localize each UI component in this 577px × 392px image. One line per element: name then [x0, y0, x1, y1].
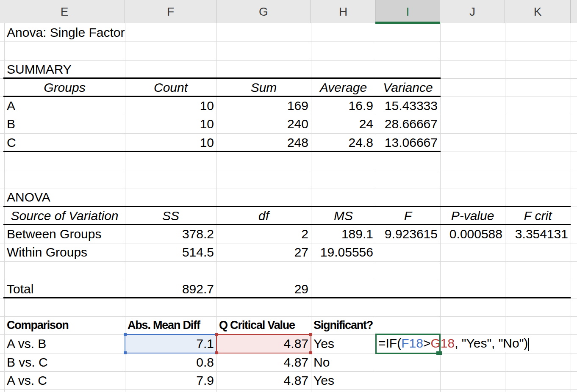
- column-header-J[interactable]: J: [440, 0, 505, 23]
- column-header-K[interactable]: K: [505, 0, 571, 23]
- gridline-horizontal: [0, 389, 577, 390]
- cell-I5[interactable]: 15.43333: [376, 97, 440, 115]
- cell-G5[interactable]: 169: [216, 97, 311, 115]
- cell-E15[interactable]: Total: [4, 280, 125, 298]
- cell-I7[interactable]: 13.06667: [376, 133, 440, 152]
- cell-F12[interactable]: 378.2: [125, 225, 216, 243]
- cell-G19[interactable]: 4.87: [216, 353, 311, 371]
- cell-H17[interactable]: Significant?: [311, 316, 376, 334]
- gridline-horizontal: [0, 261, 577, 262]
- column-header-I[interactable]: I: [376, 0, 440, 23]
- cell-H12[interactable]: 189.1: [311, 225, 376, 243]
- cell-F19[interactable]: 0.8: [125, 353, 216, 371]
- cell-H18[interactable]: Yes: [311, 334, 376, 353]
- cell-F18[interactable]: 7.1: [125, 334, 216, 353]
- cell-G15[interactable]: 29: [216, 280, 311, 298]
- cell-F5[interactable]: 10: [125, 97, 216, 115]
- cell-J11[interactable]: P-value: [440, 207, 505, 225]
- cell-E18[interactable]: A vs. B: [4, 334, 125, 353]
- spreadsheet: Anova: Single FactorSUMMARYGroupsCountSu…: [0, 0, 577, 392]
- column-header-stub[interactable]: [571, 0, 577, 23]
- cell-F20[interactable]: 7.9: [125, 371, 216, 389]
- cell-F6[interactable]: 10: [125, 115, 216, 133]
- cell-H19[interactable]: No: [311, 353, 376, 371]
- cell-G11[interactable]: df: [216, 207, 311, 225]
- cell-G7[interactable]: 248: [216, 133, 311, 152]
- cell-F4[interactable]: Count: [125, 78, 216, 97]
- cell-K11[interactable]: F crit: [505, 207, 571, 225]
- column-header-E[interactable]: E: [4, 0, 125, 23]
- cell-F15[interactable]: 892.7: [125, 280, 216, 298]
- cell-F7[interactable]: 10: [125, 133, 216, 152]
- cell-H5[interactable]: 16.9: [311, 97, 376, 115]
- cell-J12[interactable]: 0.000588: [440, 225, 505, 243]
- cell-F13[interactable]: 514.5: [125, 243, 216, 261]
- column-header-label: I: [406, 5, 410, 19]
- cell-E13[interactable]: Within Groups: [4, 243, 125, 261]
- cell-H20[interactable]: Yes: [311, 371, 376, 389]
- cell-E12[interactable]: Between Groups: [4, 225, 125, 243]
- cell-E19[interactable]: B vs. C: [4, 353, 125, 371]
- text-cursor: [528, 338, 529, 351]
- column-header-row: EFGHIJK: [0, 0, 577, 23]
- cell-I12[interactable]: 9.923615: [376, 225, 440, 243]
- cell-E6[interactable]: B: [4, 115, 125, 133]
- row-gutter-corner[interactable]: [0, 0, 4, 23]
- gridline-horizontal: [0, 41, 577, 42]
- cell-E4[interactable]: Groups: [4, 78, 125, 97]
- cell-H4[interactable]: Average: [311, 78, 376, 97]
- cell-F17[interactable]: Abs. Mean Diff: [125, 316, 216, 334]
- cell-I4[interactable]: Variance: [376, 78, 440, 97]
- cell-E5[interactable]: A: [4, 97, 125, 115]
- cell-E17[interactable]: Comparison: [4, 316, 125, 334]
- cell-G4[interactable]: Sum: [216, 78, 311, 97]
- editing-cell-border[interactable]: [375, 334, 441, 353]
- cell-F11[interactable]: SS: [125, 207, 216, 225]
- cell-E1[interactable]: Anova: Single Factor: [4, 23, 125, 41]
- cell-H13[interactable]: 19.05556: [311, 243, 376, 261]
- cell-G17[interactable]: Q Critical Value: [216, 316, 311, 334]
- cell-E20[interactable]: A vs. C: [4, 371, 125, 389]
- cell-E11[interactable]: Source of Variation: [4, 207, 125, 225]
- cell-H11[interactable]: MS: [311, 207, 376, 225]
- column-header-G[interactable]: G: [216, 0, 311, 23]
- cell-I11[interactable]: F: [376, 207, 440, 225]
- column-header-label: G: [259, 5, 268, 19]
- formula-token: , "Yes", "No"): [455, 336, 528, 350]
- cell-H6[interactable]: 24: [311, 115, 376, 133]
- cell-G13[interactable]: 27: [216, 243, 311, 261]
- column-header-F[interactable]: F: [125, 0, 216, 23]
- cell-G12[interactable]: 2: [216, 225, 311, 243]
- cell-K12[interactable]: 3.354131: [505, 225, 571, 243]
- cell-E10[interactable]: ANOVA: [4, 188, 125, 206]
- cell-G6[interactable]: 240: [216, 115, 311, 133]
- column-header-label: K: [534, 5, 542, 19]
- cell-H7[interactable]: 24.8: [311, 133, 376, 152]
- cell-E7[interactable]: C: [4, 133, 125, 152]
- cell-G18[interactable]: 4.87: [216, 334, 311, 353]
- cell-I6[interactable]: 28.66667: [376, 115, 440, 133]
- fill-handle[interactable]: [436, 351, 442, 355]
- column-header-label: E: [61, 5, 69, 19]
- column-header-label: H: [339, 5, 347, 19]
- cell-G20[interactable]: 4.87: [216, 371, 311, 389]
- cell-E3[interactable]: SUMMARY: [4, 60, 125, 78]
- column-header-H[interactable]: H: [311, 0, 376, 23]
- selected-column-underline: [375, 22, 440, 24]
- gridline-horizontal: [0, 170, 577, 170]
- column-header-label: J: [469, 5, 475, 19]
- column-header-label: F: [167, 5, 174, 19]
